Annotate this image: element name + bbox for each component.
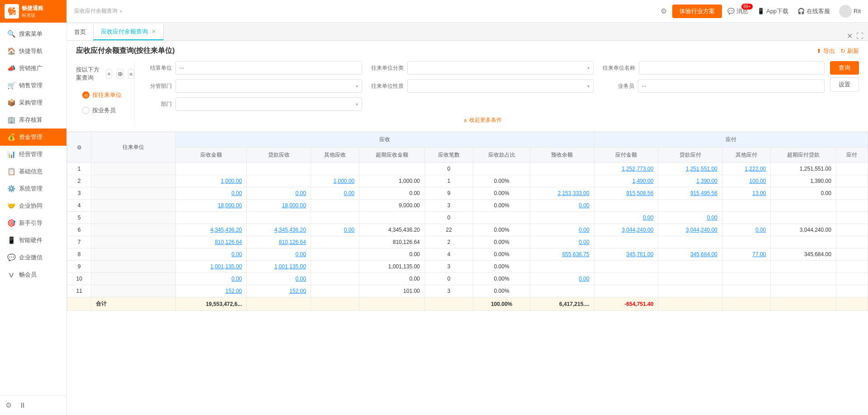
collapse-button[interactable]: ∧ 收起更多条件	[463, 114, 502, 126]
cell	[836, 163, 868, 175]
balance-tab[interactable]: 应收应付余额查询 ✕	[94, 24, 164, 40]
partner-name-input[interactable]	[639, 61, 825, 75]
sidebar-item-management[interactable]: 📊经营管理	[0, 146, 66, 163]
row-num: 6	[67, 224, 91, 236]
partner-nature-input[interactable]: ▾	[407, 79, 593, 93]
cell	[311, 212, 359, 224]
sidebar-item-quick-nav[interactable]: 🏠快捷导航	[0, 43, 66, 60]
filter-settlement: 结算单位 ···	[140, 61, 362, 75]
sidebar-item-marketing[interactable]: 📣营销推广	[0, 60, 66, 77]
logo-text: 畅捷通账 标准版	[22, 5, 43, 19]
avatar	[839, 5, 852, 18]
cell	[836, 261, 868, 273]
filter-fields: 结算单位 ··· 往来单位分类 ▾	[140, 61, 825, 126]
total-pay-other	[722, 297, 770, 311]
collapse-icon[interactable]: ⏸	[19, 401, 26, 410]
sidebar-item-basic-info[interactable]: 📋基础信息	[0, 163, 66, 180]
home-tab[interactable]: 首页	[67, 24, 94, 40]
cell: 1,222.00	[722, 163, 770, 175]
management-icon: 📊	[7, 150, 15, 158]
cell	[836, 273, 868, 285]
division-input[interactable]: ▾	[175, 79, 362, 93]
query-buttons: 查询 设置	[830, 61, 859, 126]
sidebar-logo: 畅 畅捷通账 标准版	[0, 0, 66, 23]
recv-amount-header: 应收金额	[176, 148, 247, 163]
partner-cell	[91, 175, 176, 187]
cell: 0.00	[176, 248, 247, 261]
cell	[247, 212, 311, 224]
topbar-gear-icon[interactable]: ⚙	[660, 7, 667, 15]
nav-by-partner[interactable]: ◎ 按往来单位	[76, 87, 134, 103]
partner-category-input[interactable]: ▾	[407, 61, 593, 75]
add-filter-button[interactable]: +	[106, 69, 112, 79]
filter-collapse-button[interactable]: «	[128, 69, 134, 79]
cell: 0.00	[530, 200, 594, 212]
cell: 9	[425, 187, 473, 200]
user-item[interactable]: Rit	[839, 5, 861, 18]
settlement-input[interactable]: ···	[175, 61, 362, 75]
export-button[interactable]: ⬆ 导出	[816, 47, 835, 55]
cell: 810,126.64	[359, 236, 425, 248]
app-download-item[interactable]: 📱 App下载	[757, 7, 788, 15]
tab-actions: ✕ ⛶	[847, 32, 868, 40]
guide-icon: 🎯	[7, 219, 15, 227]
table-row: 8 0.00 0.00 0.00 4 0.00% 655,636.75 345,…	[67, 248, 868, 261]
close-icon[interactable]: ✕	[151, 29, 156, 35]
sidebar-label-wechat: 企业微信	[19, 253, 42, 262]
dropdown-arrow-icon: ▾	[587, 66, 590, 71]
department-input[interactable]: ▾	[175, 97, 362, 111]
service-item[interactable]: 🎧 在线客服	[797, 7, 830, 15]
salesperson-input[interactable]: ···	[638, 79, 825, 93]
cell: 4	[425, 248, 473, 261]
nav-panel: 按以下方案查询 + ⊕ « ◎ 按往来单位 按业务员	[76, 61, 135, 126]
settings-icon[interactable]: ⚙	[5, 401, 12, 410]
query-button[interactable]: 查询	[830, 61, 859, 75]
breadcrumb: 应收应付余额查询 ▾	[74, 7, 655, 15]
cell	[530, 261, 594, 273]
cell: 3	[425, 285, 473, 297]
sidebar-item-search-menu[interactable]: 🔍搜索菜单	[0, 25, 66, 43]
nav-by-salesperson[interactable]: 按业务员	[76, 103, 134, 118]
row-num: 8	[67, 248, 91, 261]
search-menu-icon: 🔍	[7, 30, 15, 38]
cell: 1,390.00	[771, 175, 836, 187]
message-item[interactable]: 💬 消息 99+	[727, 7, 748, 15]
sidebar-item-hardware[interactable]: 📱智能硬件	[0, 232, 66, 249]
sidebar-label-quick-nav: 快捷导航	[19, 47, 42, 55]
tab-close-icon[interactable]: ✕	[847, 32, 853, 40]
cell: 915,495.56	[658, 187, 722, 200]
settings-button[interactable]: 设置	[830, 77, 859, 92]
gear-header[interactable]: ⚙	[67, 132, 91, 163]
sidebar-item-sales[interactable]: 🛒销售管理	[0, 77, 66, 94]
sidebar-item-inventory[interactable]: 🏢库存核算	[0, 111, 66, 129]
sidebar-item-finance[interactable]: 💰资金管理	[0, 129, 66, 146]
sidebar-item-member[interactable]: V畅会员	[0, 266, 66, 283]
sidebar-item-system[interactable]: ⚙️系统管理	[0, 180, 66, 197]
sidebar-item-guide[interactable]: 🎯新手引导	[0, 215, 66, 232]
cell: 0.00%	[473, 273, 530, 285]
sidebar-label-sales: 销售管理	[19, 81, 42, 90]
sidebar-item-wechat[interactable]: 💬企业微信	[0, 249, 66, 266]
table-row: 2 1,000.00 1,000.00 1,000.00 1 0.00% 1,4…	[67, 175, 868, 187]
basic-info-icon: 📋	[7, 167, 15, 176]
cell: 0.00	[530, 236, 594, 248]
username: Rit	[854, 8, 861, 14]
table-row: 3 0.00 0.00 0.00 0.00 9 0.00% 2,153,333.…	[67, 187, 868, 200]
cell: 0.00	[771, 187, 836, 200]
cell	[530, 212, 594, 224]
table-row: 1 0 1,252,773.00 1,251,551.00 1,222.00 1…	[67, 163, 868, 175]
total-label: 合计	[91, 297, 176, 311]
topbar: 应收应付余额查询 ▾ ⚙ 体验行业方案 💬 消息 99+ 📱 App下载 🎧 在…	[67, 0, 868, 23]
dropdown-arrow-2-icon: ▾	[356, 84, 358, 89]
sidebar-item-purchase[interactable]: 📦采购管理	[0, 94, 66, 111]
tab-expand-icon[interactable]: ⛶	[856, 32, 863, 40]
message-icon: 💬	[727, 8, 735, 14]
cell	[176, 212, 247, 224]
promo-button[interactable]: 体验行业方案	[672, 5, 722, 18]
refresh-button[interactable]: ↻ 刷新	[840, 47, 859, 55]
row-num: 2	[67, 175, 91, 187]
cell: 1	[425, 175, 473, 187]
sidebar-item-enterprise[interactable]: 🤝企业协同	[0, 197, 66, 215]
cell: 0.00%	[473, 261, 530, 273]
filter-config-button[interactable]: ⊕	[117, 69, 123, 79]
